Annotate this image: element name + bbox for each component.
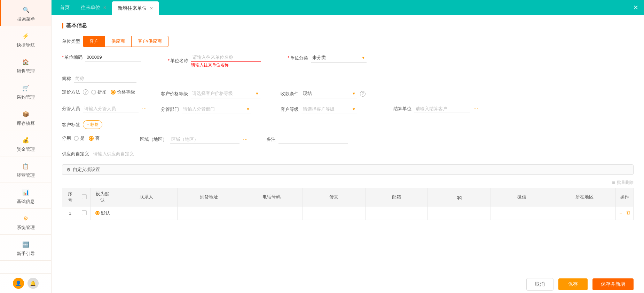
- disabled-region-row: 停用 是 否 区域（地区） ···: [62, 135, 634, 144]
- shortname-input[interactable]: [74, 74, 136, 83]
- cell-wechat[interactable]: [490, 206, 553, 220]
- settlement-input[interactable]: [414, 105, 470, 113]
- select-all-checkbox[interactable]: [82, 194, 87, 199]
- disabled-no-label: 否: [95, 135, 100, 141]
- customer-level-select[interactable]: 请选择客户等级 ▼: [301, 105, 357, 114]
- tab-partner-list-close[interactable]: ✕: [103, 5, 107, 10]
- sidebar-item-newguide[interactable]: 🆕 新手引导: [0, 235, 51, 261]
- disabled-yes-radio[interactable]: [74, 136, 79, 141]
- wechat-input[interactable]: [493, 209, 550, 217]
- manager-input[interactable]: [83, 105, 139, 113]
- tab-partner-list[interactable]: 往来单位 ✕: [75, 0, 112, 15]
- sidebar-item-finance[interactable]: 💰 资金管理: [0, 130, 51, 156]
- cancel-button[interactable]: 取消: [526, 278, 553, 291]
- unit-name-input[interactable]: [191, 53, 261, 62]
- cell-qq[interactable]: [428, 206, 490, 220]
- unit-type-label: 单位类型: [62, 38, 80, 44]
- col-default: 设为默认: [90, 188, 115, 206]
- add-row-btn[interactable]: ＋: [619, 210, 623, 216]
- supplier-custom-row: 供应商自定义: [62, 150, 634, 158]
- pricing-discount-option[interactable]: 折扣: [91, 89, 107, 95]
- sidebar-item-purchase[interactable]: 🛒 采购管理: [0, 78, 51, 104]
- tab-home[interactable]: 首页: [54, 0, 75, 15]
- cell-area[interactable]: [553, 206, 616, 220]
- unit-code-input[interactable]: [85, 53, 141, 62]
- cell-email[interactable]: [365, 206, 428, 220]
- department-select[interactable]: 请输入分管部门 ▼: [182, 105, 251, 114]
- cell-phone[interactable]: [240, 206, 303, 220]
- phone-input[interactable]: [243, 209, 300, 217]
- sidebar-item-label: 采购管理: [17, 94, 35, 100]
- cell-fax[interactable]: [303, 206, 365, 220]
- disabled-no-radio[interactable]: [89, 136, 94, 141]
- unit-type-supplier-btn[interactable]: 供应商: [105, 36, 132, 47]
- basicinfo-icon: 📊: [21, 187, 31, 197]
- col-action: 操作: [615, 188, 633, 206]
- address-input[interactable]: [180, 209, 237, 217]
- payment-terms-select[interactable]: 现结 ▼: [301, 89, 357, 98]
- tab-home-label: 首页: [60, 5, 70, 11]
- save-button[interactable]: 保存: [558, 278, 588, 290]
- disabled-yes-label: 是: [80, 135, 85, 141]
- unit-type-both-btn[interactable]: 客户/供应商: [132, 36, 168, 47]
- add-tag-button[interactable]: + 标签: [83, 120, 102, 129]
- unit-category-select[interactable]: 未分类 ▼: [311, 53, 367, 63]
- add-tag-label: + 标签: [87, 122, 99, 128]
- pricing-level-radio[interactable]: [111, 90, 116, 95]
- unit-name-field: 单位名称 请输入往来单位名称: [168, 53, 279, 68]
- unit-type-customer-btn[interactable]: 客户: [83, 36, 105, 47]
- customer-tag-label: 客户标签: [62, 122, 80, 128]
- sales-icon: 🏠: [21, 57, 31, 67]
- pricing-level-option[interactable]: 价格等级: [111, 89, 135, 95]
- sidebar-item-sales[interactable]: 🏠 销售管理: [0, 52, 51, 78]
- sidebar-item-search[interactable]: 🔍 搜索菜单: [0, 0, 51, 26]
- purchase-icon: 🛒: [21, 83, 31, 93]
- sysmanage-icon: ⚙: [21, 213, 31, 223]
- save-and-new-button[interactable]: 保存并新增: [592, 278, 634, 290]
- batch-delete-button[interactable]: 🗑 批量删除: [62, 180, 634, 186]
- code-name-category-row: 单位编码 单位名称 请输入往来单位名称 单位分类 未分类 ▼: [62, 53, 634, 68]
- disabled-radio-group: 是 否: [74, 135, 100, 141]
- manager-more-btn[interactable]: ···: [141, 106, 147, 112]
- row-checkbox[interactable]: [82, 210, 87, 215]
- cell-address[interactable]: [178, 206, 240, 220]
- quick-nav-icon: ⚡: [21, 31, 31, 41]
- sidebar-item-operations[interactable]: 📋 经营管理: [0, 156, 51, 182]
- email-input[interactable]: [368, 209, 425, 217]
- default-radio[interactable]: [95, 211, 100, 215]
- area-input[interactable]: [556, 209, 613, 217]
- shortname-field: 简称: [62, 74, 159, 83]
- custom-settings-button[interactable]: ⚙ 自定义项设置: [62, 164, 634, 175]
- fax-input[interactable]: [306, 209, 362, 217]
- region-more-btn[interactable]: ···: [242, 136, 248, 143]
- sidebar: 🔍 搜索菜单 ⚡ 快捷导航 🏠 销售管理 🛒 采购管理 📦 库存核算 💰 资金管…: [0, 0, 52, 293]
- cell-contact[interactable]: [115, 206, 178, 220]
- tab-new-partner[interactable]: 新增往来单位 ✕: [112, 1, 159, 15]
- sidebar-item-basicinfo[interactable]: 📊 基础信息: [0, 182, 51, 209]
- custom-settings-label: 自定义项设置: [73, 166, 100, 173]
- customer-level-placeholder: 请选择客户等级: [303, 106, 351, 112]
- remark-input[interactable]: [278, 135, 348, 144]
- tab-new-partner-close[interactable]: ✕: [150, 6, 153, 11]
- contact-input[interactable]: [118, 209, 175, 217]
- sidebar-item-label: 经营管理: [17, 172, 35, 179]
- close-all-tabs-button[interactable]: ✕: [630, 4, 641, 11]
- price-level-select[interactable]: 请选择客户价格等级 ▼: [191, 89, 260, 98]
- pricing-radio-group: 折扣 价格等级: [91, 89, 135, 95]
- col-area: 所在地区: [553, 188, 616, 206]
- settlement-more-btn[interactable]: ···: [473, 106, 479, 112]
- supplier-custom-input[interactable]: [92, 150, 168, 158]
- sidebar-item-inventory[interactable]: 📦 库存核算: [0, 104, 51, 130]
- disabled-no-option[interactable]: 否: [89, 135, 100, 141]
- section-title: 基本信息: [66, 22, 87, 29]
- sidebar-item-quicknav[interactable]: ⚡ 快捷导航: [0, 26, 51, 52]
- delete-row-btn[interactable]: 🗑: [626, 210, 630, 216]
- region-input[interactable]: [170, 135, 239, 144]
- pricing-help-icon[interactable]: ?: [83, 89, 88, 95]
- sidebar-item-sysmanage[interactable]: ⚙ 系统管理: [0, 209, 51, 235]
- pricing-discount-radio[interactable]: [91, 90, 96, 95]
- payment-terms-help-icon[interactable]: ?: [360, 91, 366, 97]
- qq-input[interactable]: [431, 209, 487, 217]
- sidebar-item-label: 系统管理: [17, 225, 35, 231]
- disabled-yes-option[interactable]: 是: [74, 135, 85, 141]
